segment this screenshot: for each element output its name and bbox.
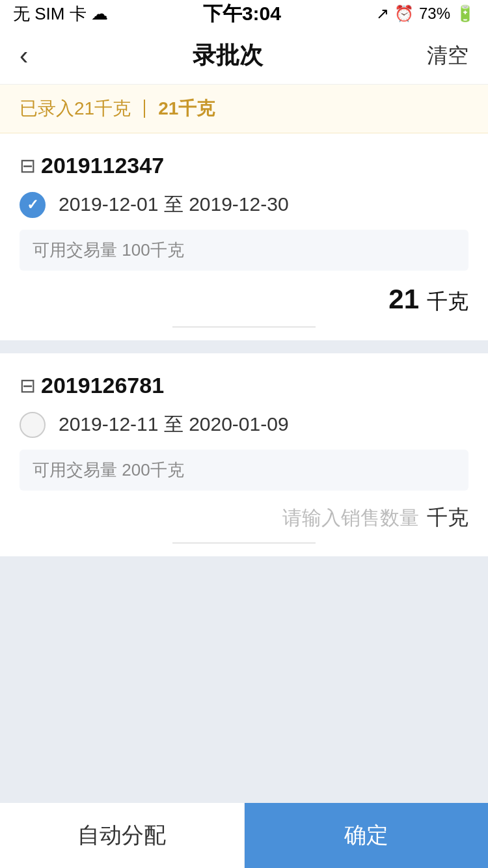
card2-available: 可用交易量 200千克 [20, 450, 468, 491]
card2-date: 2019-12-11 至 2020-01-09 [59, 411, 289, 438]
card1-icon: ⊟ [20, 154, 36, 177]
bottom-bar: 自动分配 确定 [0, 803, 488, 868]
page-title: 录批次 [193, 40, 263, 72]
banner-label: 已录入21千克 [20, 96, 131, 121]
sim-status: 无 SIM 卡 ☁ [13, 3, 108, 25]
card2-header: ⊟ 2019126781 [0, 353, 488, 405]
nav-bar: ‹ 录批次 清空 [0, 27, 488, 85]
card-divider [0, 340, 488, 353]
card2-input-placeholder: 请输入销售数量 [282, 505, 419, 532]
card1-amount[interactable]: 21 [388, 284, 419, 315]
card1-id: 2019112347 [41, 153, 164, 178]
battery-icon: 🔋 [455, 5, 475, 23]
card2-unit: 千克 [427, 504, 468, 532]
card1-unit: 千克 [427, 288, 468, 316]
status-bar: 无 SIM 卡 ☁ 下午3:04 ↗ ⏰ 73% 🔋 [0, 0, 488, 27]
status-right: ↗ ⏰ 73% 🔋 [376, 5, 475, 23]
status-time: 下午3:04 [203, 1, 281, 27]
auto-distribute-button[interactable]: 自动分配 [0, 803, 245, 868]
card1-header: ⊟ 2019112347 [0, 133, 488, 185]
info-banner: 已录入21千克 21千克 [0, 85, 488, 133]
card2-radio[interactable] [20, 412, 46, 438]
card1-available: 可用交易量 100千克 [20, 230, 468, 271]
banner-divider [144, 100, 145, 118]
status-left: 无 SIM 卡 ☁ [13, 3, 108, 25]
back-button[interactable]: ‹ [20, 41, 28, 70]
batch-card-1: ⊟ 2019112347 2019-12-01 至 2019-12-30 可用交… [0, 133, 488, 340]
card2-input-row[interactable]: 请输入销售数量 千克 [0, 491, 488, 543]
alarm-icon: ⏰ [394, 5, 414, 23]
card1-amount-row: 21 千克 [0, 271, 488, 327]
confirm-button[interactable]: 确定 [245, 803, 489, 868]
content-area: ⊟ 2019112347 2019-12-01 至 2019-12-30 可用交… [0, 133, 488, 868]
card1-date: 2019-12-01 至 2019-12-30 [59, 191, 289, 218]
location-icon: ↗ [376, 5, 389, 23]
clear-button[interactable]: 清空 [427, 42, 468, 70]
gray-area [0, 556, 488, 817]
battery-percent: 73% [419, 5, 450, 23]
card2-date-row[interactable]: 2019-12-11 至 2020-01-09 [0, 405, 488, 444]
card1-date-row[interactable]: 2019-12-01 至 2019-12-30 [0, 185, 488, 224]
card1-radio[interactable] [20, 192, 46, 218]
banner-value: 21千克 [158, 96, 215, 121]
card2-icon: ⊟ [20, 374, 36, 397]
batch-card-2: ⊟ 2019126781 2019-12-11 至 2020-01-09 可用交… [0, 353, 488, 556]
card2-id: 2019126781 [41, 373, 164, 398]
